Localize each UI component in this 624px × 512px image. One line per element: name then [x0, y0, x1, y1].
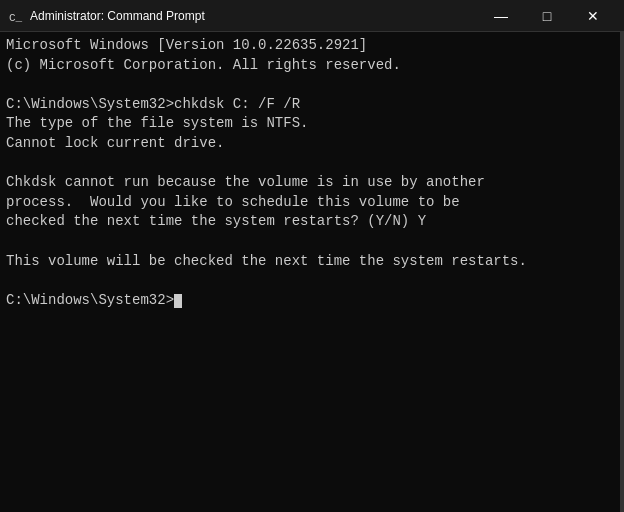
- terminal-line: [6, 232, 618, 252]
- svg-text:C_: C_: [9, 12, 23, 24]
- close-button[interactable]: ✕: [570, 0, 616, 32]
- terminal-line: (c) Microsoft Corporation. All rights re…: [6, 56, 618, 76]
- terminal-line: [6, 75, 618, 95]
- terminal-line: This volume will be checked the next tim…: [6, 252, 618, 272]
- terminal-cursor: [174, 294, 182, 308]
- scrollbar[interactable]: [620, 32, 624, 512]
- terminal-line: [6, 154, 618, 174]
- terminal-line: process. Would you like to schedule this…: [6, 193, 618, 213]
- terminal-line: Microsoft Windows [Version 10.0.22635.29…: [6, 36, 618, 56]
- terminal-line: checked the next time the system restart…: [6, 212, 618, 232]
- terminal-line: [6, 271, 618, 291]
- terminal-output: Microsoft Windows [Version 10.0.22635.29…: [6, 36, 618, 310]
- title-bar-text: Administrator: Command Prompt: [30, 9, 478, 23]
- terminal-line: Chkdsk cannot run because the volume is …: [6, 173, 618, 193]
- terminal-line: C:\Windows\System32>chkdsk C: /F /R: [6, 95, 618, 115]
- title-bar-controls: — □ ✕: [478, 0, 616, 32]
- maximize-button[interactable]: □: [524, 0, 570, 32]
- title-bar: C_ Administrator: Command Prompt — □ ✕: [0, 0, 624, 32]
- terminal-line: The type of the file system is NTFS.: [6, 114, 618, 134]
- terminal-line: Cannot lock current drive.: [6, 134, 618, 154]
- terminal-line: C:\Windows\System32>: [6, 291, 618, 311]
- cmd-icon: C_: [8, 8, 24, 24]
- minimize-button[interactable]: —: [478, 0, 524, 32]
- terminal-body[interactable]: Microsoft Windows [Version 10.0.22635.29…: [0, 32, 624, 512]
